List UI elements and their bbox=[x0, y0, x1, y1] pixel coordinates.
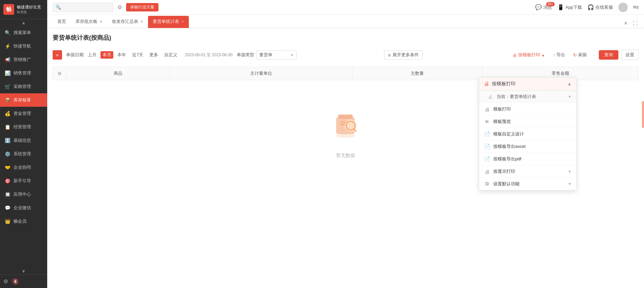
type-filter-label: 单据类型 bbox=[237, 52, 254, 58]
dropdown-default-func[interactable]: ⚙ 设置默认功能 ▼ bbox=[479, 178, 576, 190]
tab-receipt-summary[interactable]: 收发存汇总表 ✕ bbox=[107, 16, 148, 28]
action-buttons-group: 🖨 按模板打印 ▲ ↑ 导出 ↻ 刷新 ··· 查询 设置 bbox=[510, 50, 639, 60]
date-filter-group: 单据日期 上月 本月 本年 近7天 更多 自定义 bbox=[66, 51, 179, 59]
sidebar-item-system[interactable]: ⚙️ 系统管理 bbox=[0, 147, 47, 161]
guide-icon: 🎯 bbox=[4, 178, 11, 184]
print-button[interactable]: 🖨 按模板打印 ▲ bbox=[510, 51, 548, 59]
scrollbar-thumb[interactable] bbox=[642, 101, 644, 128]
current-template-label: 当前：要货单统计表 bbox=[497, 94, 536, 100]
sidebar: 畅 畅捷通好生意 标准版 ▲ 🔍 搜索菜单 ⚡ 快捷导航 📢 营销推广 📊 销售… bbox=[0, 0, 47, 288]
sidebar-item-search[interactable]: 🔍 搜索菜单 bbox=[0, 26, 47, 39]
sidebar-item-enterprise[interactable]: 🤝 企业协同 bbox=[0, 161, 47, 174]
date-btn-more[interactable]: 更多 bbox=[147, 51, 160, 59]
sidebar-item-member[interactable]: 👑 畅会员 bbox=[0, 215, 47, 228]
filter-toggle-button[interactable]: » bbox=[53, 50, 62, 60]
date-btn-7days[interactable]: 近7天 bbox=[130, 51, 145, 59]
date-btn-last-month[interactable]: 上月 bbox=[86, 51, 98, 59]
date-btn-this-month[interactable]: 本月 bbox=[100, 51, 113, 59]
sidebar-item-purchase[interactable]: 🛒 采购管理 bbox=[0, 80, 47, 93]
refresh-button[interactable]: ↻ 刷新 bbox=[570, 51, 590, 59]
user-avatar bbox=[618, 3, 628, 12]
expand-icon: ∨ bbox=[388, 53, 391, 58]
operation-icon: 📋 bbox=[4, 124, 11, 130]
display-print-arrow: ▼ bbox=[568, 169, 572, 173]
settings-bottom-icon[interactable]: ⚙ bbox=[3, 278, 8, 285]
online-service-item[interactable]: 🎧 在线客服 bbox=[587, 4, 613, 10]
tab-inventory-batch-label: 库存批次账 bbox=[76, 19, 97, 25]
sound-icon[interactable]: 🔇 bbox=[12, 278, 19, 285]
sidebar-item-wechat[interactable]: 💬 企业微信 bbox=[0, 201, 47, 215]
filter-bar: » 单据日期 上月 本月 本年 近7天 更多 自定义 2023-06-01 至 … bbox=[53, 47, 639, 63]
sidebar-item-operation[interactable]: 📋 经营管理 bbox=[0, 120, 47, 134]
topbar-search-icon: 🔍 bbox=[56, 5, 61, 10]
template-print-label: 模板打印 bbox=[493, 106, 511, 112]
default-func-arrow: ▼ bbox=[568, 182, 572, 186]
tab-receipt-summary-close[interactable]: ✕ bbox=[140, 20, 143, 24]
display-print-label: 按显示打印 bbox=[493, 168, 515, 174]
sidebar-item-apps[interactable]: 🔲 应用中心 bbox=[0, 188, 47, 201]
date-btn-this-year[interactable]: 本年 bbox=[115, 51, 128, 59]
display-print-icon: 🖨 bbox=[484, 169, 490, 174]
system-icon: ⚙️ bbox=[4, 151, 11, 157]
dropdown-template-design[interactable]: 📄 模板自定义设计 bbox=[479, 128, 576, 140]
messages-item[interactable]: 💬 消息 99+ bbox=[535, 4, 552, 10]
tab-inventory-batch[interactable]: 库存批次账 ✕ bbox=[71, 16, 107, 28]
sidebar-item-guide[interactable]: 🎯 新手引导 bbox=[0, 174, 47, 188]
dropdown-template-export-excel[interactable]: 📄 按模板导出excel bbox=[479, 140, 576, 153]
tab-order-summary-label: 要货单统计表 bbox=[153, 19, 179, 25]
tab-home[interactable]: 首页 bbox=[53, 16, 71, 28]
tab-order-summary[interactable]: 要货单统计表 ✕ bbox=[148, 16, 189, 28]
template-design-icon: 📄 bbox=[484, 131, 490, 137]
experience-button[interactable]: 体验行业方案 bbox=[126, 3, 158, 11]
display-print-left: 🖨 按显示打印 bbox=[484, 168, 515, 174]
sidebar-scroll-down[interactable]: ▼ bbox=[0, 268, 47, 275]
type-filter-group: 单据类型 要货单 ▼ bbox=[237, 50, 297, 60]
app-download-item[interactable]: 📱 App下载 bbox=[557, 4, 582, 10]
logo-icon: 畅 bbox=[3, 4, 14, 15]
topbar-search-input[interactable] bbox=[63, 5, 104, 10]
sidebar-item-shortcut[interactable]: ⚡ 快捷导航 bbox=[0, 39, 47, 53]
apps-icon: 🔲 bbox=[4, 191, 11, 198]
date-btn-custom[interactable]: 自定义 bbox=[162, 51, 179, 59]
username-label: Rit bbox=[633, 5, 639, 10]
type-filter-select[interactable]: 要货单 ▼ bbox=[256, 50, 297, 60]
query-button[interactable]: 查询 bbox=[599, 50, 618, 60]
search-icon: 🔍 bbox=[4, 29, 11, 36]
dropdown-header[interactable]: 🖨 按模板打印 ▲ bbox=[479, 77, 576, 91]
svg-point-0 bbox=[335, 134, 356, 138]
user-avatar-item[interactable] bbox=[618, 3, 628, 12]
tab-inventory-batch-close[interactable]: ✕ bbox=[99, 20, 103, 24]
tab-order-summary-close[interactable]: ✕ bbox=[181, 20, 184, 24]
table-col-product: 商品 bbox=[66, 67, 170, 80]
sidebar-item-basic[interactable]: ℹ️ 基础信息 bbox=[0, 134, 47, 147]
window-expand-icon[interactable]: ⛶ bbox=[632, 20, 639, 27]
default-func-label: 设置默认功能 bbox=[493, 181, 520, 187]
export-icon: ↑ bbox=[553, 53, 555, 58]
topbar-search-box[interactable]: 🔍 bbox=[53, 3, 113, 12]
sidebar-item-inventory[interactable]: 📦 库存核算 bbox=[0, 93, 47, 107]
refresh-label: 刷新 bbox=[578, 52, 587, 58]
expand-conditions-button[interactable]: ∨ 展开更多条件 bbox=[384, 50, 422, 60]
sidebar-logo: 畅 畅捷通好生意 标准版 bbox=[0, 0, 47, 19]
export-label: 导出 bbox=[556, 52, 565, 58]
dropdown-template-export-pdf[interactable]: 📄 按模板导出pdf bbox=[479, 153, 576, 165]
dropdown-display-print[interactable]: 🖨 按显示打印 ▼ bbox=[479, 165, 576, 178]
sidebar-item-sales[interactable]: 📊 销售管理 bbox=[0, 66, 47, 80]
dropdown-template-preview[interactable]: 👁 模板预览 bbox=[479, 116, 576, 128]
sidebar-item-marketing[interactable]: 📢 营销推广 bbox=[0, 53, 47, 66]
sidebar-scroll-up[interactable]: ▲ bbox=[0, 19, 47, 26]
dropdown-template-print[interactable]: 🖨 模板打印 bbox=[479, 103, 576, 116]
topbar-settings-icon[interactable]: ⚙ bbox=[117, 4, 122, 10]
window-close-icon[interactable]: ✕ bbox=[622, 20, 629, 27]
table-col-unit: 主计量单位 bbox=[170, 67, 352, 80]
table-settings-icon[interactable]: ⚙ bbox=[58, 71, 62, 76]
template-excel-icon: 📄 bbox=[484, 143, 490, 150]
settings-button[interactable]: 设置 bbox=[621, 50, 639, 60]
export-button[interactable]: ↑ 导出 bbox=[550, 51, 568, 59]
table-col-settings: ⚙ bbox=[53, 67, 66, 80]
sidebar-item-finance[interactable]: 💰 资金管理 bbox=[0, 107, 47, 120]
dropdown-current-template[interactable]: 🖨 当前：要货单统计表 ▼ bbox=[479, 91, 576, 103]
date-filter-label: 单据日期 bbox=[66, 52, 84, 58]
app-download-label: App下载 bbox=[565, 4, 582, 10]
template-design-label: 模板自定义设计 bbox=[493, 131, 524, 137]
